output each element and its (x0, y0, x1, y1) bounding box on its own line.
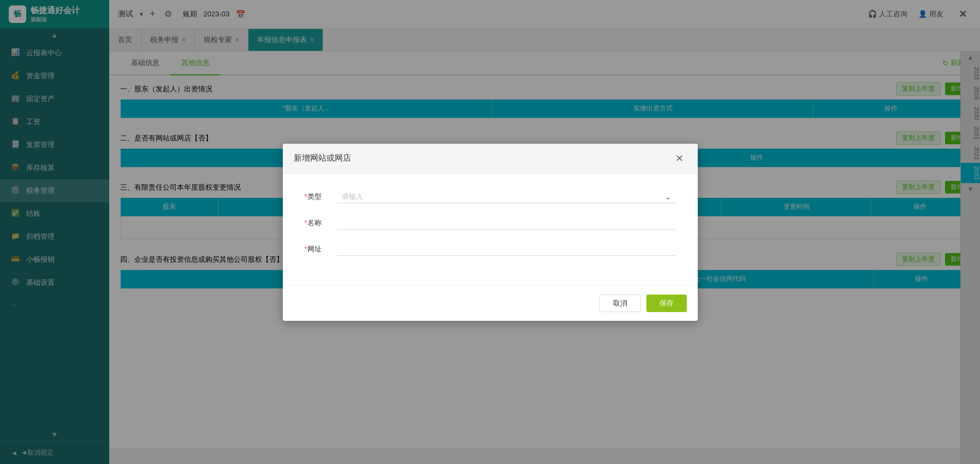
cancel-button[interactable]: 取消 (599, 295, 641, 312)
url-label-text: 网址 (307, 245, 322, 253)
modal-body: *类型 ⌄ *名称 *网址 (283, 174, 698, 285)
name-label-text: 名称 (307, 219, 322, 227)
name-field (337, 216, 676, 230)
modal-close-button[interactable]: ✕ (672, 151, 687, 166)
modal-overlay: 新增网站或网店 ✕ *类型 ⌄ *名称 (0, 0, 980, 464)
modal-header: 新增网站或网店 ✕ (283, 144, 698, 174)
modal-footer: 取消 保存 (283, 285, 698, 321)
type-label-text: 类型 (307, 192, 322, 201)
modal-add-website: 新增网站或网店 ✕ *类型 ⌄ *名称 (283, 144, 698, 321)
form-row-type: *类型 ⌄ (305, 190, 676, 203)
type-input[interactable] (337, 190, 676, 203)
save-button[interactable]: 保存 (646, 295, 687, 312)
type-field: ⌄ (337, 190, 676, 203)
modal-title: 新增网站或网店 (294, 153, 351, 163)
url-label: *网址 (305, 244, 337, 254)
form-row-name: *名称 (305, 216, 676, 230)
form-row-url: *网址 (305, 243, 676, 256)
url-field (337, 243, 676, 256)
url-input[interactable] (337, 243, 676, 256)
name-input[interactable] (337, 216, 676, 230)
name-label: *名称 (305, 218, 337, 228)
type-label: *类型 (305, 192, 337, 202)
